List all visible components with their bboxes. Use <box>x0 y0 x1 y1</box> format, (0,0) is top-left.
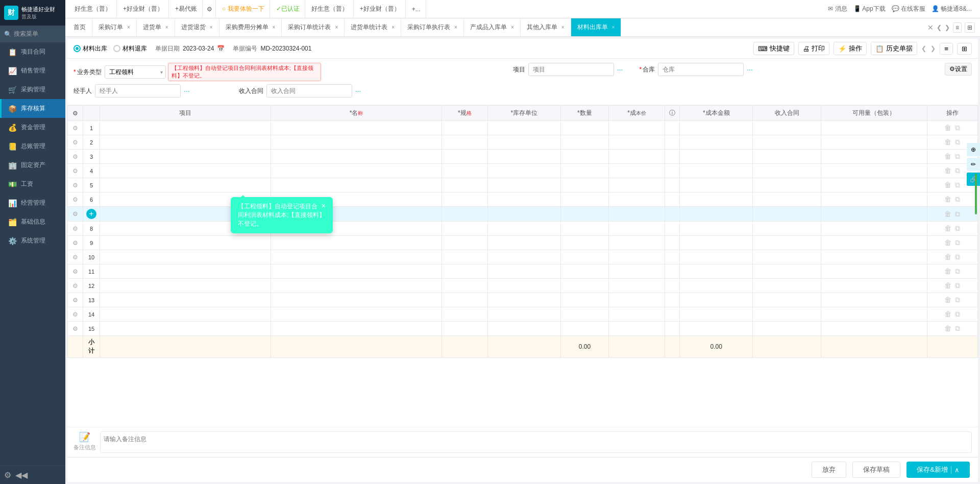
tab-next-btn[interactable]: ❯ <box>945 24 950 31</box>
business-type-select[interactable]: 工程领料 直接领料 <box>105 65 166 79</box>
row-cost-amount-1[interactable] <box>680 121 753 135</box>
delete-row-icon-1[interactable]: 🗑 <box>944 124 951 132</box>
row-cost-price-9[interactable] <box>608 236 665 250</box>
radio-material-out[interactable]: 材料出库 <box>74 44 107 53</box>
row-unit-2[interactable] <box>487 135 560 150</box>
row-spec-8[interactable] <box>442 222 488 236</box>
row-qty-13[interactable] <box>561 293 609 307</box>
row-cost-amount-13[interactable] <box>680 293 753 307</box>
row-cost-price-12[interactable] <box>608 279 665 293</box>
row-income-contract-14[interactable] <box>753 307 821 322</box>
row-spec-9[interactable] <box>442 236 488 250</box>
save-dropdown-icon[interactable]: ∧ <box>951 466 960 474</box>
row-income-contract-9[interactable] <box>753 236 821 250</box>
row-income-contract-2[interactable] <box>753 135 821 150</box>
row-gear-3[interactable]: ⚙ <box>68 150 83 164</box>
product-3[interactable]: +好业财（普） <box>355 0 406 18</box>
row-spec-14[interactable] <box>442 307 488 322</box>
copy-row-icon-12[interactable]: ⧉ <box>955 281 960 289</box>
row-name-4[interactable] <box>271 164 442 178</box>
row-cost-amount-6[interactable] <box>680 192 753 207</box>
delete-row-icon-15[interactable]: 🗑 <box>944 324 951 332</box>
row-gear-6[interactable]: ⚙ <box>68 192 83 207</box>
radio-material-return[interactable]: 材料退库 <box>113 44 147 53</box>
delete-row-icon-13[interactable]: 🗑 <box>944 296 951 304</box>
settings-button[interactable]: ⚙设置 <box>945 63 972 76</box>
row-project-12[interactable] <box>100 279 271 293</box>
tab-purchase-exec[interactable]: 采购订单执行表 × <box>401 18 464 36</box>
close-tab-purchase-exec[interactable]: × <box>454 25 457 30</box>
row-income-contract-5[interactable] <box>753 178 821 192</box>
income-contract-input[interactable] <box>266 84 352 98</box>
row-cost-amount-5[interactable] <box>680 178 753 192</box>
row-name-12[interactable] <box>271 279 442 293</box>
close-tab-receipt-return[interactable]: × <box>210 25 213 30</box>
list-view-btn[interactable]: ≡ <box>953 22 962 33</box>
row-spec-10[interactable] <box>442 250 488 264</box>
close-tab-purchase-expense[interactable]: × <box>273 25 276 30</box>
row-cost-amount-14[interactable] <box>680 307 753 322</box>
delete-row-icon-14[interactable]: 🗑 <box>944 310 951 318</box>
row-unit-15[interactable] <box>487 322 560 336</box>
project-input[interactable] <box>528 63 614 76</box>
row-gear-14[interactable]: ⚙ <box>68 307 83 322</box>
row-gear-10[interactable]: ⚙ <box>68 250 83 264</box>
close-all-btn[interactable]: ✕ <box>927 23 934 32</box>
row-qty-9[interactable] <box>561 236 609 250</box>
close-tab-material-out[interactable]: × <box>612 25 615 30</box>
warehouse-dots[interactable]: ··· <box>747 65 753 74</box>
tab-product-in[interactable]: 产成品入库单 × <box>464 18 521 36</box>
copy-row-icon-7[interactable]: ⧉ <box>955 210 960 218</box>
row-gear-9[interactable]: ⚙ <box>68 236 83 250</box>
row-gear-13[interactable]: ⚙ <box>68 293 83 307</box>
col-header-gear[interactable]: ⚙ <box>68 106 83 121</box>
row-cost-amount-10[interactable] <box>680 250 753 264</box>
copy-row-icon-11[interactable]: ⧉ <box>955 267 960 275</box>
row-cost-price-7[interactable] <box>608 207 665 222</box>
tab-prev-btn[interactable]: ❮ <box>937 24 942 31</box>
row-qty-7[interactable] <box>561 207 609 222</box>
delete-row-icon-3[interactable]: 🗑 <box>944 152 951 160</box>
copy-row-icon-15[interactable]: ⧉ <box>955 324 960 332</box>
sidebar-item-finance[interactable]: 💰资金管理 <box>0 118 65 137</box>
business-type-select-wrapper[interactable]: 工程领料 直接领料 <box>105 65 166 79</box>
right-icon-1[interactable]: ⊕ <box>967 143 980 156</box>
sidebar-item-sales[interactable]: 📈销售管理 <box>0 61 65 80</box>
sidebar-item-project[interactable]: 📋项目合同 <box>0 42 65 61</box>
row-income-contract-13[interactable] <box>753 293 821 307</box>
operations-btn[interactable]: ⚡ 操作 <box>834 42 867 55</box>
product-more[interactable]: +... <box>407 0 426 18</box>
row-income-contract-7[interactable] <box>753 207 821 222</box>
row-name-14[interactable] <box>271 307 442 322</box>
row-unit-10[interactable] <box>487 250 560 264</box>
row-spec-1[interactable] <box>442 121 488 135</box>
row-cost-amount-8[interactable] <box>680 222 753 236</box>
row-qty-4[interactable] <box>561 164 609 178</box>
grid-view-toggle[interactable]: ⊞ <box>957 43 972 55</box>
product-yidaizhang[interactable]: +易代账 <box>170 0 203 18</box>
copy-row-icon-3[interactable]: ⧉ <box>955 152 960 160</box>
row-unit-14[interactable] <box>487 307 560 322</box>
row-unit-3[interactable] <box>487 150 560 164</box>
row-name-11[interactable] <box>271 264 442 279</box>
product-settings-icon[interactable]: ⚙ <box>204 0 216 18</box>
save-new-button[interactable]: 保存&新增 ∧ <box>906 462 970 478</box>
search-menu[interactable]: 🔍 搜索菜单 <box>0 26 65 42</box>
message-btn[interactable]: ✉ 消息 <box>828 5 847 13</box>
sidebar-item-basics[interactable]: 🗂️基础信息 <box>0 212 65 231</box>
abandon-button[interactable]: 放弃 <box>812 462 846 478</box>
row-name-1[interactable] <box>271 121 442 135</box>
tab-purchase-order[interactable]: 采购订单 × <box>92 18 137 36</box>
sidebar-item-accounting[interactable]: 📒总账管理 <box>0 137 65 156</box>
row-name-13[interactable] <box>271 293 442 307</box>
row-qty-10[interactable] <box>561 250 609 264</box>
handler-dots[interactable]: ··· <box>184 87 190 95</box>
row-qty-8[interactable] <box>561 222 609 236</box>
row-qty-2[interactable] <box>561 135 609 150</box>
row-qty-14[interactable] <box>561 307 609 322</box>
row-gear-11[interactable]: ⚙ <box>68 264 83 279</box>
nav-next-doc[interactable]: ❯ <box>930 45 936 52</box>
row-cost-amount-12[interactable] <box>680 279 753 293</box>
tab-receipt-stat[interactable]: 进货单统计表 × <box>345 18 401 36</box>
row-cost-price-15[interactable] <box>608 322 665 336</box>
